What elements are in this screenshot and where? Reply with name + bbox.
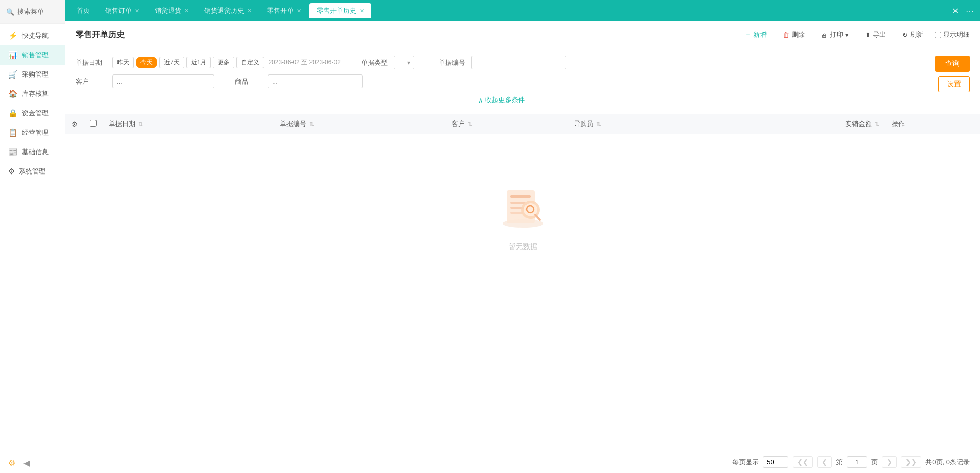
tab-retail-open[interactable]: 零售开单 ✕	[260, 3, 308, 18]
th-actions-label: 操作	[892, 120, 905, 128]
date-btn-more[interactable]: 更多	[213, 57, 234, 68]
display-detail-label: 显示明细	[943, 30, 970, 39]
print-button[interactable]: 🖨 打印 ▾	[816, 28, 854, 42]
tab-sales-return-history[interactable]: 销货退货历史 ✕	[197, 3, 259, 18]
doc-type-select[interactable]	[394, 56, 414, 69]
operations-icon: 📋	[8, 128, 18, 137]
total-info: 共0页, 0条记录	[925, 458, 970, 467]
th-customer-sort-icon[interactable]: ⇅	[468, 121, 472, 127]
last-page-btn[interactable]: ❯❯	[901, 456, 921, 468]
print-arrow-icon: ▾	[845, 31, 849, 39]
doc-type-label: 单据类型	[361, 58, 390, 67]
tab-retail-open-close[interactable]: ✕	[297, 8, 301, 14]
tabs-bar-right: ✕ ⋯	[950, 4, 976, 18]
svg-rect-5	[510, 212, 523, 214]
date-btn-7days[interactable]: 近7天	[159, 57, 184, 68]
collapse-btn[interactable]: ∧ 收起更多条件	[478, 93, 525, 107]
tabs-more-btn[interactable]: ⋯	[964, 4, 976, 18]
doc-no-input[interactable]	[471, 56, 566, 69]
tab-sales-order-label: 销售订单	[105, 6, 132, 15]
sidebar-item-label: 库存核算	[22, 89, 49, 98]
prev-page-btn[interactable]: ❮	[817, 456, 832, 468]
tab-sales-order-close[interactable]: ✕	[135, 8, 139, 14]
tab-sales-return-history-label: 销货退货历史	[204, 6, 244, 15]
query-button[interactable]: 查询	[935, 56, 970, 72]
sidebar-item-operations[interactable]: 📋 经营管理	[0, 123, 65, 142]
first-page-btn[interactable]: ❮❮	[793, 456, 813, 468]
sales-mgmt-icon: 📊	[8, 51, 18, 60]
toolbar: ＋ 新增 🗑 删除 🖨 打印 ▾ ⬆ 导出 ↻ 刷新	[739, 28, 970, 42]
table-header-row: ⚙ 单据日期 ⇅ 单据编号 ⇅	[65, 114, 980, 134]
tab-sales-order[interactable]: 销售订单 ✕	[98, 3, 147, 18]
th-doc-no-sort-icon[interactable]: ⇅	[309, 121, 314, 127]
date-btn-today[interactable]: 今天	[136, 57, 157, 68]
filter-settings-button[interactable]: 设置	[938, 76, 970, 92]
footer-settings-icon[interactable]: ⚙	[8, 458, 15, 468]
page-title: 零售开单历史	[76, 30, 125, 40]
refresh-icon: ↻	[902, 31, 908, 39]
th-customer-label: 客户	[451, 120, 465, 128]
tab-retail-open-history-label: 零售开单历史	[317, 6, 356, 15]
th-customer: 客户 ⇅	[445, 114, 567, 134]
svg-rect-2	[510, 195, 531, 198]
add-label: 新增	[753, 30, 767, 39]
delete-label: 删除	[792, 30, 805, 39]
th-guide-sort-icon[interactable]: ⇅	[596, 121, 601, 127]
th-amount-sort-icon[interactable]: ⇅	[875, 121, 879, 127]
th-date-sort-icon[interactable]: ⇅	[138, 121, 143, 127]
add-button[interactable]: ＋ 新增	[739, 28, 772, 42]
date-buttons: 昨天 今天 近7天 近1月 更多 自定义 2023-06-02 至 2023-0…	[112, 57, 341, 68]
tabs-close-btn[interactable]: ✕	[950, 4, 961, 18]
tab-sales-return-history-close[interactable]: ✕	[247, 8, 252, 14]
delete-button[interactable]: 🗑 删除	[778, 28, 810, 42]
customer-input[interactable]	[112, 74, 214, 88]
sidebar-item-inventory[interactable]: 🏠 库存核算	[0, 84, 65, 104]
inventory-icon: 🏠	[8, 89, 18, 98]
sidebar-item-sys-mgmt[interactable]: ⚙ 系统管理	[0, 162, 65, 181]
date-btn-yesterday[interactable]: 昨天	[112, 57, 134, 68]
quick-nav-icon: ⚡	[8, 31, 18, 40]
sidebar-item-base-info[interactable]: 📰 基础信息	[0, 142, 65, 162]
display-detail-checkbox[interactable]	[935, 32, 941, 38]
footer-collapse-icon[interactable]: ◀	[23, 458, 30, 468]
next-page-btn[interactable]: ❯	[882, 456, 897, 468]
doc-no-label: 单据编号	[439, 58, 467, 67]
purchase-mgmt-icon: 🛒	[8, 70, 18, 79]
sidebar-item-finance[interactable]: 🔒 资金管理	[0, 104, 65, 123]
base-info-icon: 📰	[8, 147, 18, 157]
empty-state: 暂无数据	[65, 134, 980, 292]
display-detail-toggle[interactable]: 显示明细	[935, 30, 970, 39]
table-settings-icon[interactable]: ⚙	[71, 120, 78, 128]
sidebar-item-sales-mgmt[interactable]: 📊 销售管理	[0, 45, 65, 65]
sidebar-item-quick-nav[interactable]: ⚡ 快捷导航	[0, 26, 65, 45]
tab-retail-open-history[interactable]: 零售开单历史 ✕	[309, 3, 371, 18]
sidebar-item-purchase-mgmt[interactable]: 🛒 采购管理	[0, 65, 65, 84]
empty-row: 暂无数据	[65, 134, 980, 293]
select-all-checkbox[interactable]	[90, 120, 97, 127]
tab-retail-open-history-close[interactable]: ✕	[360, 8, 364, 14]
tab-home[interactable]: 首页	[69, 3, 97, 18]
sidebar-search[interactable]: 🔍 搜索菜单	[0, 0, 65, 24]
filter-row-1: 单据日期 昨天 今天 近7天 近1月 更多 自定义 2023-06-02 至 2…	[76, 56, 927, 69]
print-label: 打印	[830, 30, 843, 39]
th-date: 单据日期 ⇅	[103, 114, 274, 134]
th-amount-label: 实销金额	[845, 120, 872, 128]
filter-row-2: 客户 商品	[76, 74, 927, 88]
export-label: 导出	[873, 30, 886, 39]
date-btn-custom[interactable]: 自定义	[236, 57, 264, 68]
page-size-select[interactable]: 50 20 100	[763, 456, 788, 468]
goods-label: 商品	[235, 77, 264, 86]
current-page-input[interactable]	[847, 456, 867, 468]
tab-retail-open-label: 零售开单	[267, 6, 294, 15]
export-button[interactable]: ⬆ 导出	[860, 28, 891, 42]
refresh-button[interactable]: ↻ 刷新	[897, 28, 928, 42]
table-head: ⚙ 单据日期 ⇅ 单据编号 ⇅	[65, 114, 980, 134]
tab-sales-return[interactable]: 销货退货 ✕	[148, 3, 196, 18]
main-area: 首页 销售订单 ✕ 销货退货 ✕ 销货退货历史 ✕ 零售开单 ✕ 零售开单历史 …	[65, 0, 980, 473]
add-icon: ＋	[745, 30, 751, 39]
goods-input[interactable]	[268, 74, 363, 88]
print-icon: 🖨	[821, 31, 828, 39]
tab-sales-return-close[interactable]: ✕	[184, 8, 189, 14]
filter-area: 单据日期 昨天 今天 近7天 近1月 更多 自定义 2023-06-02 至 2…	[65, 48, 980, 114]
date-btn-1month[interactable]: 近1月	[186, 57, 211, 68]
